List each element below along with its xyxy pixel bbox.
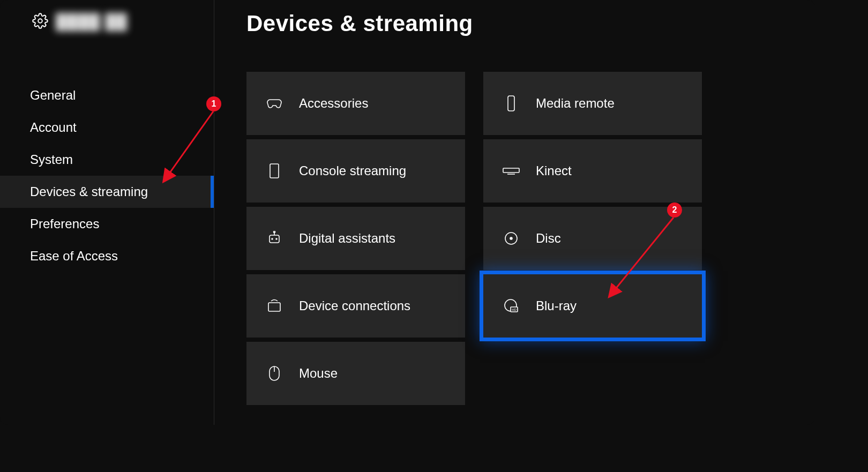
- bluray-icon: HD: [502, 298, 521, 313]
- phone-icon: [265, 163, 284, 179]
- tile-mouse[interactable]: Mouse: [246, 342, 465, 405]
- nav-item-ease-of-access[interactable]: Ease of Access: [0, 240, 214, 272]
- tile-label: Disc: [536, 231, 561, 246]
- gear-icon: [32, 13, 48, 31]
- svg-rect-1: [270, 164, 279, 178]
- sidebar-header: ████ ██: [0, 0, 214, 31]
- main-panel: Devices & streaming Accessories Console …: [214, 0, 815, 425]
- svg-rect-11: [503, 168, 519, 173]
- nav-item-label: Account: [30, 120, 77, 134]
- svg-line-21: [611, 218, 674, 295]
- tile-label: Accessories: [299, 96, 368, 111]
- svg-text:HD: HD: [512, 308, 517, 311]
- annotation-badge-1: 1: [206, 96, 221, 111]
- annotation-arrow-1: [155, 107, 220, 188]
- svg-point-0: [38, 19, 42, 23]
- tile-media-remote[interactable]: Media remote: [483, 72, 702, 135]
- svg-point-5: [272, 238, 273, 239]
- svg-rect-7: [268, 303, 280, 311]
- controller-icon: [265, 97, 284, 110]
- page-title: Devices & streaming: [246, 11, 783, 36]
- annotation-arrow-2: [601, 214, 682, 305]
- nav-item-label: Preferences: [30, 216, 99, 231]
- nav-item-label: System: [30, 152, 73, 167]
- tile-label: Kinect: [536, 163, 572, 178]
- tile-label: Console streaming: [299, 163, 406, 178]
- tile-accessories[interactable]: Accessories: [246, 72, 465, 135]
- nav-item-label: Devices & streaming: [30, 184, 148, 199]
- annotation-number: 1: [212, 99, 216, 109]
- kinect-icon: [502, 166, 521, 176]
- svg-point-14: [510, 237, 512, 239]
- svg-point-6: [276, 238, 277, 239]
- svg-rect-10: [508, 96, 514, 111]
- device-connections-icon: [265, 299, 284, 313]
- tile-label: Mouse: [299, 366, 338, 381]
- mouse-icon: [265, 365, 284, 381]
- svg-line-19: [165, 111, 213, 179]
- tile-digital-assistants[interactable]: Digital assistants: [246, 207, 465, 270]
- tile-device-connections[interactable]: Device connections: [246, 274, 465, 338]
- svg-rect-2: [270, 235, 279, 243]
- nav-item-general[interactable]: General: [0, 79, 214, 111]
- tile-label: Blu-ray: [536, 298, 577, 313]
- tiles-grid: Accessories Console streaming Digital as…: [246, 72, 783, 405]
- profile-name-blurred: ████ ██: [56, 13, 128, 31]
- annotation-number: 2: [672, 205, 677, 215]
- remote-icon: [502, 95, 521, 112]
- tile-label: Media remote: [536, 96, 615, 111]
- tiles-column-1: Accessories Console streaming Digital as…: [246, 72, 465, 405]
- tile-label: Device connections: [299, 298, 410, 313]
- tile-console-streaming[interactable]: Console streaming: [246, 139, 465, 203]
- robot-icon: [265, 231, 284, 246]
- disc-icon: [502, 231, 521, 246]
- sidebar: ████ ██ General Account System Devices &…: [0, 0, 214, 425]
- tile-kinect[interactable]: Kinect: [483, 139, 702, 203]
- tile-label: Digital assistants: [299, 231, 395, 246]
- nav-item-label: General: [30, 88, 76, 102]
- nav-item-preferences[interactable]: Preferences: [0, 208, 214, 240]
- nav-item-label: Ease of Access: [30, 249, 118, 263]
- annotation-badge-2: 2: [667, 203, 682, 218]
